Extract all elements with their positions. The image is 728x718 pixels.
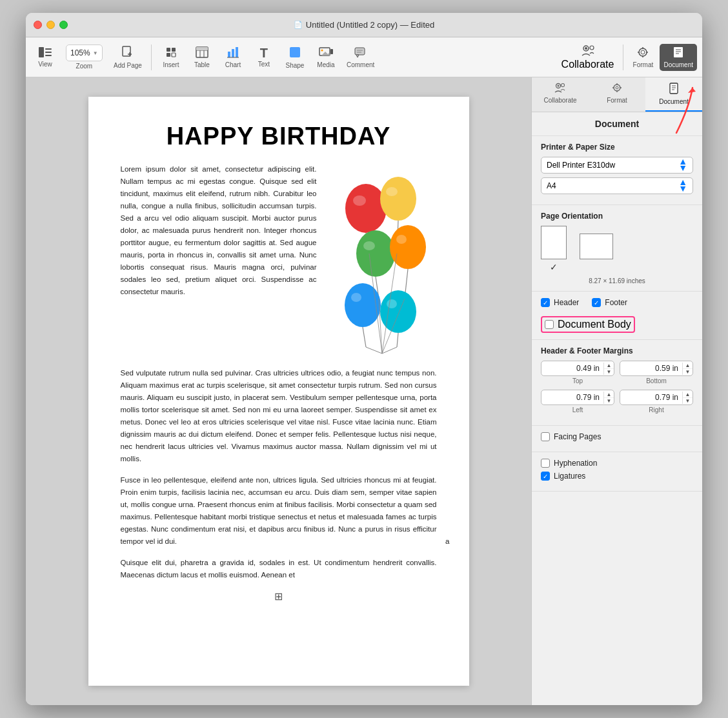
document-canvas[interactable]: HAPPY BIRTHDAY Lorem ipsum dolor sit ame… [26, 77, 531, 705]
zoom-control[interactable]: 105% ▼ Zoom [62, 42, 107, 72]
chart-label: Chart [225, 61, 241, 68]
maximize-button[interactable] [59, 21, 68, 29]
svg-rect-17 [232, 49, 234, 57]
header-checkbox[interactable] [541, 298, 550, 307]
page-add-icon[interactable]: ⊞ [121, 590, 437, 603]
margin-bottom-up[interactable]: ▲ [683, 363, 693, 369]
margin-right-stepper[interactable]: ▲ ▼ [682, 392, 693, 404]
orientation-section: Page Orientation ✓ 8.27 × 11.69 inches [532, 205, 702, 292]
margin-left-up[interactable]: ▲ [604, 392, 614, 398]
balloon-image [327, 163, 437, 357]
margin-left-input[interactable]: 0.79 in ▲ ▼ [541, 390, 614, 405]
shape-button[interactable]: Shape [281, 43, 309, 72]
facing-pages-checkbox[interactable] [541, 432, 550, 441]
margin-top-up[interactable]: ▲ [604, 363, 614, 369]
footer-checkbox[interactable] [592, 298, 601, 307]
window-title-area: 📄 Untitled (Untitled 2 copy) — Edited [294, 20, 434, 30]
portrait-option[interactable]: ✓ [541, 226, 567, 272]
ligatures-row[interactable]: Ligatures [541, 472, 693, 481]
margin-right-value: 0.79 in [620, 393, 682, 402]
margin-bottom-stepper[interactable]: ▲ ▼ [682, 363, 693, 375]
margin-top-input[interactable]: 0.49 in ▲ ▼ [541, 361, 614, 376]
zoom-value[interactable]: 105% ▼ [66, 45, 103, 61]
margin-bottom-field: 0.59 in ▲ ▼ Bottom [620, 361, 693, 384]
page-title: HAPPY BIRTHDAY [121, 123, 437, 150]
tab-format[interactable]: Format [589, 77, 645, 112]
ligatures-checkbox[interactable] [541, 472, 550, 481]
portrait-page [541, 226, 567, 259]
view-label: View [38, 61, 52, 68]
svg-line-59 [397, 333, 398, 347]
svg-point-45 [380, 177, 416, 221]
media-button[interactable]: Media [312, 44, 340, 71]
shape-label: Shape [285, 62, 304, 69]
svg-point-69 [614, 85, 620, 91]
svg-point-58 [387, 299, 397, 308]
margin-bottom-label: Bottom [620, 377, 693, 384]
margin-bottom-input[interactable]: 0.59 in ▲ ▼ [620, 361, 693, 376]
tab-collaborate-label: Collaborate [543, 97, 576, 104]
svg-point-30 [585, 47, 587, 50]
text-label: Text [258, 61, 270, 68]
printer-section-title: Printer & Paper Size [541, 143, 693, 152]
margin-top-value: 0.49 in [541, 364, 603, 373]
table-button[interactable]: Table [188, 44, 216, 71]
paragraph1: Lorem ipsum dolor sit amet, consectetur … [121, 163, 317, 357]
svg-line-56 [363, 327, 366, 347]
close-button[interactable] [34, 21, 42, 29]
margin-top-field: 0.49 in ▲ ▼ Top [541, 361, 614, 384]
margin-right-up[interactable]: ▲ [683, 392, 693, 398]
margin-bottom-down[interactable]: ▼ [683, 369, 693, 375]
facing-pages-row[interactable]: Facing Pages [541, 432, 693, 441]
header-checkbox-row[interactable]: Header [541, 298, 579, 307]
typography-section: Hyphenation Ligatures [532, 452, 702, 492]
divider1 [151, 45, 152, 70]
paper-value: A4 [547, 181, 556, 190]
collaborate-icon [581, 45, 595, 59]
landscape-option[interactable] [580, 234, 613, 272]
footer-checkbox-row[interactable]: Footer [592, 298, 627, 307]
margin-left-stepper[interactable]: ▲ ▼ [603, 392, 614, 404]
collaborate-tab-icon [554, 83, 566, 95]
paper-select[interactable]: A4 ▲▼ [541, 177, 693, 194]
add-page-button[interactable]: Add Page [110, 43, 146, 72]
table-label: Table [194, 61, 210, 68]
text-button[interactable]: T Text [250, 44, 278, 70]
format-button[interactable]: Format [629, 44, 657, 71]
margin-left-down[interactable]: ▼ [604, 398, 614, 404]
margin-top-down[interactable]: ▼ [604, 369, 614, 375]
comment-button[interactable]: Comment [343, 44, 378, 71]
margin-right-down[interactable]: ▼ [683, 398, 693, 404]
hyphenation-row[interactable]: Hyphenation [541, 459, 693, 468]
document-button[interactable]: Document [660, 44, 697, 71]
format-icon [636, 46, 649, 60]
chart-button[interactable]: Chart [219, 44, 247, 71]
format-tab-icon [611, 83, 623, 95]
document-body-highlight[interactable]: Document Body [541, 316, 635, 333]
insert-button[interactable]: Insert [157, 44, 185, 71]
collaborate-button[interactable]: Collaborate [558, 42, 618, 73]
margin-right-input[interactable]: 0.79 in ▲ ▼ [620, 390, 693, 405]
margin-top-stepper[interactable]: ▲ ▼ [603, 363, 614, 375]
svg-point-49 [363, 241, 375, 250]
document-body-checkbox[interactable] [545, 320, 554, 329]
minimize-button[interactable] [46, 21, 55, 29]
view-button[interactable]: View [31, 44, 59, 70]
svg-point-46 [386, 187, 398, 196]
collaborate-label: Collaborate [561, 59, 614, 70]
margin-top-label: Top [541, 377, 614, 384]
margin-left-field: 0.79 in ▲ ▼ Left [541, 390, 614, 414]
app-window: 📄 Untitled (Untitled 2 copy) — Edited Vi… [26, 13, 702, 705]
hyphenation-checkbox[interactable] [541, 459, 550, 468]
comment-label: Comment [347, 61, 374, 68]
traffic-lights [34, 21, 68, 29]
tab-collaborate[interactable]: Collaborate [532, 77, 589, 112]
svg-point-54 [345, 283, 381, 327]
printer-value: Dell Printer E310dw [547, 161, 615, 170]
svg-point-43 [353, 195, 366, 206]
printer-select[interactable]: Dell Printer E310dw ▲▼ [541, 157, 693, 174]
page-size-text: 8.27 × 11.69 inches [541, 277, 693, 284]
portrait-check: ✓ [550, 262, 558, 272]
margins-section: Header & Footer Margins 0.49 in ▲ ▼ Top [532, 340, 702, 426]
add-page-icon [122, 46, 134, 61]
